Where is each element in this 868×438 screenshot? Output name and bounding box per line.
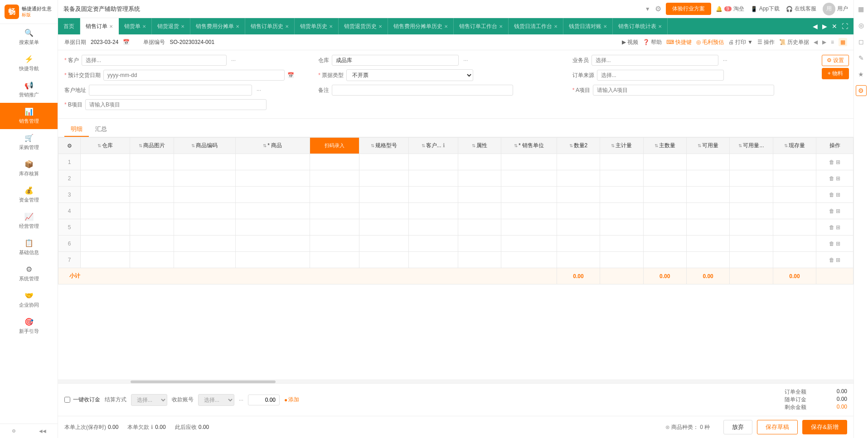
attribute-sort-icon[interactable]: ⇅ [472, 143, 475, 148]
order-source-input[interactable] [597, 70, 724, 81]
row-7-product[interactable] [236, 252, 310, 268]
row-2-warehouse[interactable] [81, 170, 130, 187]
customer-more-btn[interactable]: ··· [229, 57, 238, 63]
sidebar-item-purchase[interactable]: 🛒 采购管理 [0, 129, 58, 155]
tab-prev-icon[interactable]: ◀ [811, 22, 820, 31]
row-5-stock[interactable] [773, 219, 816, 236]
row-3-code[interactable] [174, 187, 235, 203]
sidebar-item-operations[interactable]: 📈 经营管理 [0, 208, 58, 234]
sidebar-item-basic-info[interactable]: 📋 基础信息 [0, 234, 58, 260]
sidebar-item-quick-nav[interactable]: ⚡ 快捷导航 [0, 50, 58, 77]
row-2-stock[interactable] [773, 170, 816, 187]
row-1-warehouse[interactable] [81, 154, 130, 170]
settings-btn[interactable]: ⚙ 设置 [822, 55, 849, 66]
row-4-spec[interactable] [359, 203, 408, 219]
more-receipt-btn[interactable]: ··· [239, 397, 243, 403]
row-5-code[interactable] [174, 219, 235, 236]
row-6-attribute[interactable] [458, 236, 501, 252]
main-qty-sort-icon[interactable]: ⇅ [655, 143, 658, 148]
online-service-btn[interactable]: 🎧 在线客服 [786, 5, 816, 13]
tab-daily-reconcile[interactable]: 钱货日清对账 ✕ [563, 18, 613, 34]
unit-sort-icon[interactable]: ⇅ [514, 143, 518, 148]
discard-button[interactable]: 放弃 [723, 420, 752, 434]
sidebar-collapse[interactable]: ◀◀ [39, 428, 46, 433]
row-2-attribute[interactable] [458, 170, 501, 187]
copy-icon-4[interactable]: ⊞ [836, 208, 840, 214]
row-2-unit[interactable] [501, 170, 557, 187]
tab-return-history[interactable]: 销货退货历史 ✕ [339, 18, 388, 34]
delete-icon-2[interactable]: 🗑 [829, 175, 834, 182]
tab-expand-icon[interactable]: ✕ [830, 22, 839, 31]
salesperson-more-btn[interactable]: ··· [721, 57, 729, 63]
row-2-available[interactable] [686, 170, 729, 187]
copy-icon-2[interactable]: ⊞ [836, 175, 840, 182]
row-5-warehouse[interactable] [81, 219, 130, 236]
customer-input[interactable] [82, 55, 227, 66]
row-4-main-qty[interactable] [643, 203, 686, 219]
row-3-product[interactable] [236, 187, 310, 203]
row-3-attribute[interactable] [458, 187, 501, 203]
row-7-attribute[interactable] [458, 252, 501, 268]
stock-sort-icon[interactable]: ⇅ [784, 143, 788, 148]
row-4-customer-code[interactable] [408, 203, 458, 219]
row-1-unit[interactable] [501, 154, 557, 170]
row-1-image[interactable] [130, 154, 174, 170]
sidebar-item-inventory[interactable]: 📦 库存核算 [0, 155, 58, 182]
tab-close-icon[interactable]: ✕ [285, 24, 289, 29]
row-6-code[interactable] [174, 236, 235, 252]
row-3-customer-code[interactable] [408, 187, 458, 203]
row-7-code[interactable] [174, 252, 235, 268]
tab-close-icon[interactable]: ✕ [142, 24, 146, 29]
tab-summary[interactable]: 汇总 [89, 122, 113, 137]
app-download-btn[interactable]: 📱 App下载 [751, 5, 780, 13]
address-more-btn[interactable]: ··· [255, 87, 263, 93]
tab-slip-history[interactable]: 销货单历史 ✕ [295, 18, 339, 34]
row-7-main-unit[interactable] [600, 252, 643, 268]
row-2-main-unit[interactable] [600, 170, 643, 187]
add-product-btn[interactable]: + 物料 [822, 68, 849, 79]
tab-close-icon[interactable]: ✕ [181, 24, 184, 29]
row-1-main-unit[interactable] [600, 154, 643, 170]
row-5-image[interactable] [130, 219, 174, 236]
payment-amount-input[interactable] [248, 395, 280, 405]
tab-close-icon[interactable]: ✕ [444, 24, 448, 29]
row-4-warehouse[interactable] [81, 203, 130, 219]
receipt-select[interactable]: 选择... [198, 394, 234, 406]
list-view-icon[interactable]: ≡ [831, 39, 834, 45]
row-5-attribute[interactable] [458, 219, 501, 236]
row-4-code[interactable] [174, 203, 235, 219]
row-1-product[interactable] [236, 154, 310, 170]
one-click-checkbox[interactable] [64, 397, 70, 403]
row-7-available[interactable] [686, 252, 729, 268]
tab-close-icon[interactable]: ✕ [378, 24, 382, 29]
save-new-button[interactable]: 保存&新增 [802, 420, 847, 434]
delete-icon-7[interactable]: 🗑 [829, 257, 834, 263]
row-4-qty2[interactable] [557, 203, 600, 219]
calendar-icon[interactable]: 📅 [123, 39, 130, 45]
sidebar-item-finance[interactable]: 💰 资金管理 [0, 182, 58, 208]
row-2-code[interactable] [174, 170, 235, 187]
available2-sort-icon[interactable]: ⇅ [738, 143, 742, 148]
history-btn[interactable]: 📜 历史单据 [779, 39, 809, 46]
row-3-unit[interactable] [501, 187, 557, 203]
row-4-available2[interactable] [730, 203, 773, 219]
row-7-image[interactable] [130, 252, 174, 268]
row-6-main-unit[interactable] [600, 236, 643, 252]
row-1-attribute[interactable] [458, 154, 501, 170]
row-7-stock[interactable] [773, 252, 816, 268]
right-icon-circle[interactable]: ◎ [856, 20, 867, 31]
row-5-product[interactable] [236, 219, 310, 236]
row-7-unit[interactable] [501, 252, 557, 268]
sidebar-item-sales[interactable]: 📊 销售管理 [0, 103, 58, 129]
add-receipt-btn[interactable]: ● 添加 [284, 396, 299, 404]
customer-address-input[interactable] [89, 85, 252, 96]
row-1-main-qty[interactable] [643, 154, 686, 170]
row-7-available2[interactable] [730, 252, 773, 268]
row-2-spec[interactable] [359, 170, 408, 187]
right-icon-star[interactable]: ★ [856, 69, 867, 80]
tab-daily-workbench[interactable]: 钱货日清工作台 ✕ [509, 18, 563, 34]
row-2-product[interactable] [236, 170, 310, 187]
row-1-customer-code[interactable] [408, 154, 458, 170]
row-1-available2[interactable] [730, 154, 773, 170]
row-3-available[interactable] [686, 187, 729, 203]
